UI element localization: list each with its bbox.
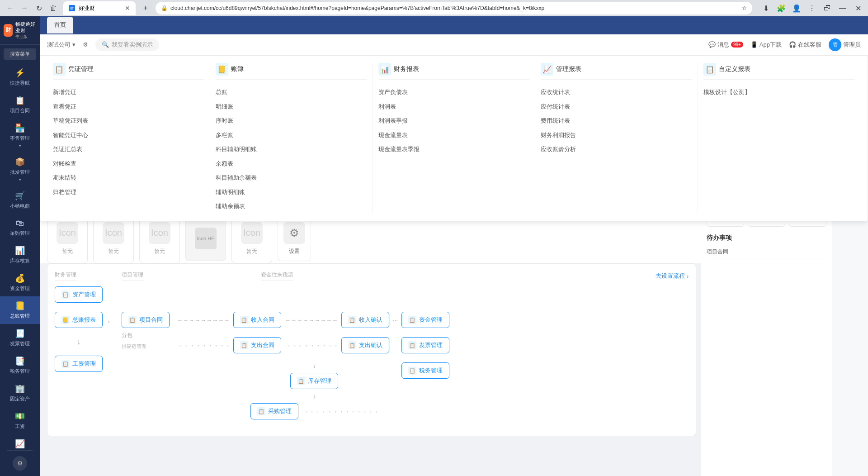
sidebar-item-payroll[interactable]: 💵 工资 (0, 407, 40, 434)
flow-node-revenue-confirm[interactable]: 📋 收入确认 (341, 312, 389, 328)
menu-item-balance-sheet[interactable]: 资产负债表 (378, 85, 530, 100)
flow-node-invoice-mgmt[interactable]: 📋 发票管理 (401, 337, 449, 353)
user-profile-button[interactable]: 管 管理员 (829, 38, 861, 51)
tab-close-button[interactable]: ✕ (125, 5, 130, 12)
revenue-confirm-label: 收入确认 (359, 316, 382, 324)
icon-card-2[interactable]: Icon 暂无 (93, 214, 134, 263)
profile-icon[interactable]: 👤 (790, 2, 803, 14)
supply-chain-label: 供应链管理 (122, 343, 170, 350)
sidebar-item-wholesale[interactable]: 📦 批发管理 ▾ (0, 152, 40, 186)
app-download-button[interactable]: 📱 App下载 (750, 41, 782, 49)
refresh-button[interactable]: ↻ (33, 2, 45, 14)
ecommerce-icon: 🛒 (15, 191, 25, 201)
flow-node-payroll-mgmt[interactable]: 📋 工资管理 (55, 356, 103, 372)
menu-item-general-ledger[interactable]: 总账 (216, 85, 367, 100)
flow-node-project-contract[interactable]: 📋 项目合同 (122, 312, 170, 328)
flow-node-purchase-mgmt[interactable]: 📋 采购管理 (250, 403, 298, 419)
flow-node-inventory-mgmt[interactable]: 📋 库存管理 (290, 373, 338, 389)
search-hint-text: 我要看实例演示 (112, 41, 153, 49)
close-window-icon[interactable]: ✕ (852, 2, 864, 14)
extension-icon[interactable]: 🧩 (775, 2, 788, 14)
menu-item-detail-ledger[interactable]: 明细账 (216, 100, 367, 114)
browser-tab[interactable]: 财 好业财 ✕ (63, 1, 136, 15)
sidebar-item-ops[interactable]: 📈 经营管理 (0, 434, 40, 450)
icon-card-3[interactable]: Icon 暂无 (139, 214, 180, 263)
sidebar-search[interactable]: 搜索菜单 (0, 45, 40, 63)
menu-icon[interactable]: ⋮ (806, 2, 818, 14)
download-icon[interactable]: ⬇ (760, 2, 772, 14)
back-button[interactable]: ← (4, 2, 16, 14)
sidebar-item-general-ledger[interactable]: 📒 总账管理 (0, 296, 40, 324)
sidebar-item-quick-nav[interactable]: ⚡ 快捷导航 (0, 63, 40, 91)
icon-he-card[interactable]: Icon HE (185, 216, 226, 261)
flow-node-fund-mgmt[interactable]: 📋 资金管理 (401, 312, 449, 328)
menu-item-expense-stat[interactable]: 费用统计表 (541, 114, 692, 128)
flow-node-revenue-contract[interactable]: 📋 收入合同 (233, 312, 281, 328)
icon-1-label: 暂无 (62, 248, 73, 255)
menu-item-payable-stat[interactable]: 应付统计表 (541, 100, 692, 114)
menu-item-voucher-summary[interactable]: 凭证汇总表 (53, 142, 204, 157)
menu-item-multi-column[interactable]: 多栏账 (216, 128, 367, 143)
menu-item-view-voucher[interactable]: 查看凭证 (53, 100, 204, 114)
sidebar-settings-button[interactable]: ⚙ (13, 456, 27, 471)
bookmark-icon[interactable]: ☆ (742, 5, 747, 11)
delete-button[interactable]: 🗑 (47, 2, 60, 14)
sidebar-item-purchase[interactable]: 🛍 采购管理 (0, 214, 40, 241)
minimize-icon[interactable]: — (836, 2, 849, 14)
fund-tax-section-label: 资金往来税票 (261, 271, 293, 281)
ledger-section-title: 账簿 (231, 65, 244, 73)
settings-card[interactable]: ⚙ 设置 (278, 216, 311, 261)
flow-node-asset-mgmt[interactable]: 📋 资产管理 (55, 286, 103, 303)
flow-node-tax-mgmt[interactable]: 📋 税务管理 (401, 362, 449, 379)
menu-item-cashflow[interactable]: 现金流量表 (378, 128, 530, 143)
menu-item-receivable-stat[interactable]: 应收统计表 (541, 85, 692, 100)
go-setup-link[interactable]: 去设置流程 › (656, 271, 689, 281)
menu-item-period-close[interactable]: 期末结转 (53, 171, 204, 185)
menu-item-finance-profit-report[interactable]: 财务利润报告 (541, 128, 692, 143)
custom-reports-title: 自定义报表 (719, 65, 750, 73)
icon-card-1[interactable]: Icon 暂无 (47, 214, 88, 263)
sidebar-item-invoice[interactable]: 🧾 发票管理 (0, 324, 40, 352)
menu-item-profit-loss[interactable]: 利润表 (378, 100, 530, 114)
flow-node-expense-confirm[interactable]: 📋 支出确认 (341, 337, 389, 353)
menu-item-balance[interactable]: 余额表 (216, 157, 367, 171)
demo-hint-button[interactable]: 🔍 我要看实例演示 (95, 38, 159, 51)
message-button[interactable]: 💬 消息 99+ (708, 41, 743, 49)
menu-item-aux-balance[interactable]: 辅助余额表 (216, 199, 367, 214)
company-selector[interactable]: 测试公司 ▾ (47, 41, 75, 49)
sidebar-item-retail[interactable]: 🏪 零售管理 ▾ (0, 119, 40, 152)
online-service-button[interactable]: 🎧 在线客服 (789, 41, 821, 49)
sidebar-item-finance[interactable]: 💰 资金管理 (0, 269, 40, 296)
menu-item-archive[interactable]: 归档管理 (53, 185, 204, 200)
sidebar-item-ecommerce[interactable]: 🛒 小畅电商 (0, 186, 40, 214)
tab-home[interactable]: 首页 (47, 17, 73, 33)
sidebar-item-inventory[interactable]: 📊 库存核算 (0, 241, 40, 269)
browser-actions: ⬇ 🧩 👤 ⋮ 🗗 — ✕ (760, 2, 864, 14)
menu-item-subject-aux-balance[interactable]: 科目辅助余额表 (216, 171, 367, 185)
menu-item-template-design[interactable]: 模板设计【公测】 (703, 85, 855, 100)
menu-item-profit-quarterly[interactable]: 利润表季报 (378, 114, 530, 128)
menu-item-smart-voucher-center[interactable]: 智能凭证中心 (53, 128, 204, 143)
sidebar-item-project-contract[interactable]: 📋 项目合同 (0, 91, 40, 119)
menu-item-subject-aux-detail[interactable]: 科目辅助明细账 (216, 142, 367, 157)
search-menu-button[interactable]: 搜索菜单 (4, 48, 36, 60)
restore-icon[interactable]: 🗗 (821, 2, 834, 14)
icon-card-5[interactable]: Icon 暂无 (231, 214, 272, 263)
menu-item-receivable-aging[interactable]: 应收账龄分析 (541, 142, 692, 157)
sidebar-item-fixed-assets[interactable]: 🏢 固定资产 (0, 379, 40, 407)
menu-item-journal[interactable]: 序时账 (216, 114, 367, 128)
forward-button[interactable]: → (18, 2, 31, 14)
sidebar-item-tax[interactable]: 📑 税务管理 (0, 352, 40, 379)
flow-node-general-ledger-report[interactable]: 📒 总账报表 (55, 312, 103, 328)
todo-item-project-contract[interactable]: 项目合同 (707, 246, 826, 258)
menu-item-add-voucher[interactable]: 新增凭证 (53, 85, 204, 100)
flow-node-expense-contract[interactable]: 📋 支出合同 (233, 337, 281, 353)
settings-button[interactable]: ⚙ (83, 41, 88, 48)
menu-item-draft-voucher-list[interactable]: 草稿凭证列表 (53, 114, 204, 128)
section-header-voucher: 📋 凭证管理 (53, 63, 204, 80)
menu-item-reconcile[interactable]: 对账检查 (53, 157, 204, 171)
address-bar[interactable]: 🔒 cloud.chanjet.com/cc/u6d89qwnryel/57bf… (156, 2, 752, 14)
menu-item-cashflow-quarterly[interactable]: 现金流量表季报 (378, 142, 530, 157)
menu-item-aux-detail[interactable]: 辅助明细账 (216, 185, 367, 200)
new-tab-button[interactable]: + (139, 2, 152, 14)
